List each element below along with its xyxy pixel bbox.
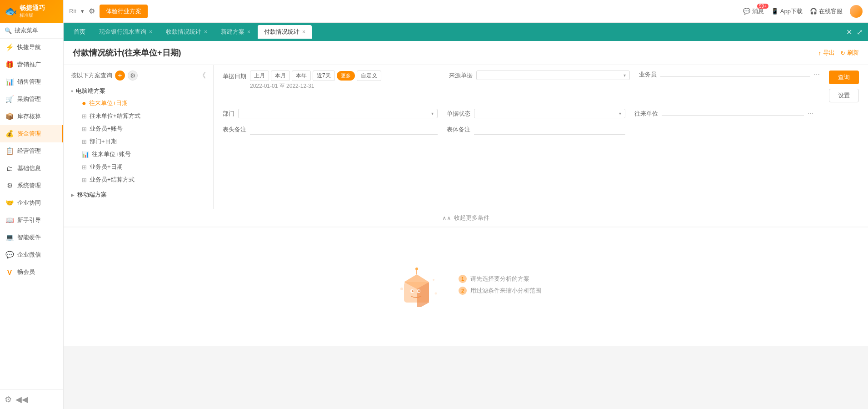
unit-input-area — [662, 111, 803, 116]
header-note-input[interactable] — [250, 125, 438, 135]
status-select[interactable]: ▾ — [474, 109, 626, 118]
date-btn-more[interactable]: 更多 — [337, 71, 355, 81]
guide-icon: 📖 — [5, 216, 14, 224]
scheme-item-staff-account[interactable]: ⊞ 业务员+账号 — [78, 122, 206, 135]
scheme-item-unit-account[interactable]: 📊 往来单位+账号 — [78, 148, 206, 161]
staff-settle-label: 业务员+结算方式 — [90, 176, 135, 184]
body-note-input[interactable] — [474, 125, 626, 135]
source-select[interactable]: ▾ — [476, 71, 630, 80]
mobile-expand-icon: ▶ — [71, 192, 75, 197]
scheme-item-staff-settle[interactable]: ⊞ 业务员+结算方式 — [78, 173, 206, 186]
date-btn-7days[interactable]: 近7天 — [313, 71, 335, 81]
message-action[interactable]: 💬 消息 99+ — [743, 7, 764, 15]
sidebar-item-label: 快捷导航 — [17, 43, 41, 51]
settings-gear-icon[interactable]: ⚙ — [5, 394, 12, 404]
refresh-button[interactable]: ↻ 刷新 — [840, 49, 859, 57]
receipt-tab-close[interactable]: × — [204, 29, 207, 35]
sidebar-item-wechat[interactable]: 💬 企业微信 — [0, 246, 63, 263]
tab-home[interactable]: 首页 — [67, 25, 92, 39]
sidebar-item-hardware[interactable]: 💻 智能硬件 — [0, 229, 63, 246]
sidebar-item-enterprise[interactable]: 🤝 企业协同 — [0, 194, 63, 212]
bank-tab-label: 现金银行流水查询 — [99, 28, 146, 36]
tab-payment[interactable]: 付款情况统计 × — [258, 25, 312, 39]
sidebar-item-label: 库存核算 — [17, 112, 41, 121]
sidebar-item-member[interactable]: V 畅会员 — [0, 263, 63, 281]
bank-tab-close[interactable]: × — [149, 29, 152, 35]
sidebar-item-quick-nav[interactable]: ⚡ 快捷导航 — [0, 39, 63, 56]
app-download-action[interactable]: 📱 App下载 — [771, 7, 803, 15]
filter-right-panel: 单据日期 上月 本月 本年 近7天 更多 自定义 — [214, 65, 868, 209]
empty-step-2: 2 用过滤条件来缩小分析范围 — [459, 287, 541, 295]
empty-text: 1 请先选择要分析的方案 2 用过滤条件来缩小分析范围 — [459, 275, 541, 298]
topbar-dropdown-icon[interactable]: ▾ — [81, 8, 84, 15]
scheme-item-unit-settle[interactable]: ⊞ 往来单位+结算方式 — [78, 110, 206, 122]
app-download-label: App下载 — [780, 7, 803, 15]
close-window-btn[interactable]: ✕ — [844, 26, 854, 38]
sidebar-item-operations[interactable]: 📋 经营管理 — [0, 142, 63, 160]
collapse-scheme-btn[interactable]: 《 — [199, 71, 206, 81]
query-button[interactable]: 查询 — [829, 71, 859, 84]
staff-ellipsis-btn[interactable]: ··· — [814, 71, 820, 79]
scheme-settings-button[interactable]: ⚙ — [128, 71, 138, 81]
mobile-category-header[interactable]: ▶ 移动端方案 — [71, 189, 206, 201]
quick-nav-icon: ⚡ — [5, 43, 14, 51]
sidebar-item-marketing[interactable]: 🎁 营销推广 — [0, 56, 63, 73]
sidebar-item-system[interactable]: ⚙ 系统管理 — [0, 177, 63, 194]
step2-text: 用过滤条件来缩小分析范围 — [470, 287, 541, 295]
desktop-category-header[interactable]: ▾ 电脑端方案 — [71, 85, 206, 97]
scheme-item-dept-date[interactable]: ⊞ 部门+日期 — [78, 135, 206, 148]
purchase-icon: 🛒 — [5, 95, 14, 103]
status-label: 单据状态 — [447, 110, 470, 118]
sidebar-item-purchase[interactable]: 🛒 采购管理 — [0, 91, 63, 108]
date-range: 2022-01-01 至 2022-12-31 — [250, 82, 381, 90]
filter-query-area: 单据日期 上月 本月 本年 近7天 更多 自定义 — [223, 71, 859, 138]
unit-ellipsis-btn[interactable]: ··· — [808, 110, 813, 118]
sidebar-item-label: 销售管理 — [17, 78, 41, 86]
sidebar-item-label: 企业协同 — [17, 199, 41, 207]
user-avatar[interactable] — [850, 5, 863, 18]
collapse-more-label: 收起更多条件 — [454, 214, 489, 222]
add-scheme-button[interactable]: + — [115, 71, 125, 81]
search-menu[interactable]: 🔍 搜索菜单 — [0, 23, 63, 39]
step1-num: 1 — [459, 275, 467, 283]
sidebar: 🐟 畅捷通巧 标准版 🔍 搜索菜单 ⚡ 快捷导航 🎁 营销推广 📊 销售管理 🛒… — [0, 0, 64, 409]
collapse-sidebar-icon[interactable]: ◀◀ — [15, 394, 28, 404]
export-button[interactable]: ↑ 导出 — [818, 49, 835, 57]
scheme-item-staff-date[interactable]: ⊞ 业务员+日期 — [78, 161, 206, 173]
date-btn-custom[interactable]: 自定义 — [357, 71, 381, 81]
logo-name: 畅捷通巧 — [20, 4, 45, 12]
date-btn-last-month[interactable]: 上月 — [250, 71, 269, 81]
sidebar-item-guide[interactable]: 📖 新手引导 — [0, 212, 63, 229]
tab-receipt[interactable]: 收款情况统计 × — [160, 25, 214, 39]
scheme-panel-header: 按以下方案查询 + ⚙ 《 — [71, 71, 206, 81]
collapse-more-btn[interactable]: ∧∧ 收起更多条件 — [64, 209, 868, 227]
dept-select[interactable]: ▾ — [238, 109, 438, 118]
page-header: 付款情况统计(往来单位+日期) ↑ 导出 ↻ 刷新 — [64, 41, 868, 65]
header-note-label: 表头备注 — [223, 126, 246, 134]
staff-settle-icon: ⊞ — [82, 177, 87, 183]
date-btn-this-month[interactable]: 本月 — [271, 71, 290, 81]
desktop-category: ▾ 电脑端方案 ● 往来单位+日期 ⊞ 往来单位+结算方式 — [71, 85, 206, 186]
unit-label: 往来单位 — [634, 110, 658, 118]
new-scheme-tab-close[interactable]: × — [247, 29, 250, 35]
tab-bank[interactable]: 现金银行流水查询 × — [93, 25, 159, 39]
tab-new-scheme[interactable]: 新建方案 × — [215, 25, 257, 39]
scheme-item-unit-date[interactable]: ● 往来单位+日期 — [78, 97, 206, 110]
trial-button[interactable]: 体验行业方案 — [100, 5, 148, 18]
sidebar-item-inventory[interactable]: 📦 库存核算 — [0, 108, 63, 125]
search-label: 搜索菜单 — [15, 26, 38, 35]
online-service-action[interactable]: 🎧 在线客服 — [810, 7, 843, 15]
sidebar-item-sales[interactable]: 📊 销售管理 — [0, 73, 63, 91]
maximize-window-btn[interactable]: ⤢ — [855, 26, 864, 38]
sidebar-item-basic[interactable]: 🗂 基础信息 — [0, 160, 63, 177]
settings-button[interactable]: 设置 — [829, 89, 859, 102]
dept-date-icon: ⊞ — [82, 138, 87, 145]
date-btn-this-year[interactable]: 本年 — [292, 71, 311, 81]
sidebar-item-finance[interactable]: 💰 资金管理 — [0, 125, 63, 142]
system-icon: ⚙ — [5, 182, 14, 190]
svg-point-7 — [412, 290, 414, 292]
payment-tab-close[interactable]: × — [302, 29, 305, 35]
topbar-gear-icon[interactable]: ⚙ — [89, 7, 95, 15]
enterprise-icon: 🤝 — [5, 199, 14, 207]
export-label: 导出 — [823, 49, 835, 57]
